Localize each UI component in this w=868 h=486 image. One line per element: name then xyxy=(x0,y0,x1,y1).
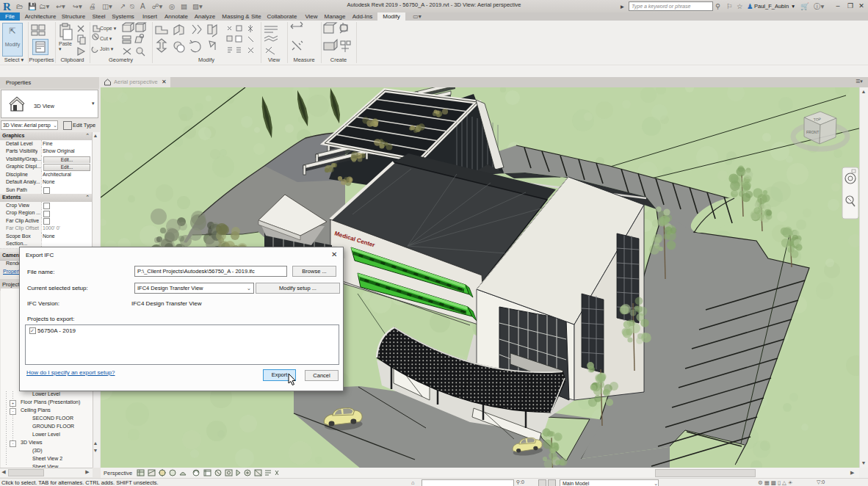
svg-text:FRONT: FRONT xyxy=(806,130,819,134)
svg-text:TOP: TOP xyxy=(813,117,821,122)
